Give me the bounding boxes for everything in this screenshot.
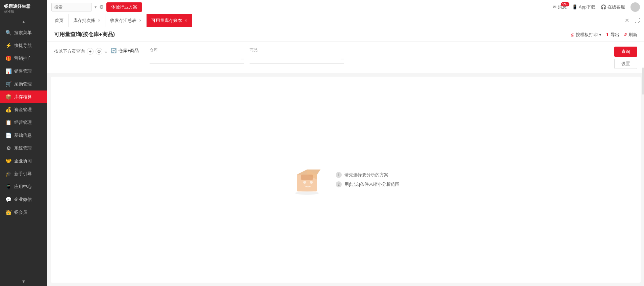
- filter-area: 按以下方案查询 + ⚙ « 🔄 仓库+商品 仓库 ···: [47, 42, 644, 73]
- trial-button[interactable]: 体验行业方案: [106, 2, 142, 12]
- refresh-button[interactable]: ↺ 刷新: [623, 32, 637, 38]
- empty-state-area: 1 请先选择要分析的方案 2 用[过滤]条件来缩小分析范围: [51, 77, 641, 283]
- sidebar-item-newbie[interactable]: 🎓 新手引导: [0, 167, 47, 180]
- warehouse-field-label: 仓库: [150, 47, 244, 53]
- sidebar-icon-basic: 📄: [5, 132, 11, 138]
- settings-icon[interactable]: ⚙: [99, 4, 104, 10]
- topbar-right: ✉ 消息 99+ 📱 App下载 🎧 在线客服: [553, 2, 640, 12]
- sidebar-item-enterprise[interactable]: 🤝 企业协同: [0, 155, 47, 167]
- sidebar-item-inventory[interactable]: 📦 库存核算: [0, 90, 47, 103]
- tab-receive-summary[interactable]: 收发存汇总表×: [105, 14, 147, 27]
- column-settings-button[interactable]: 设置: [614, 59, 637, 69]
- tab-home[interactable]: 首页: [50, 14, 69, 27]
- add-scheme-button[interactable]: +: [87, 48, 94, 55]
- filter-label-text: 按以下方案查询: [54, 48, 85, 54]
- scheme-name: 仓库+商品: [119, 48, 139, 54]
- filter-field-warehouse: 仓库 ···: [150, 47, 244, 64]
- print-button[interactable]: 🖨 按模板打印 ▾: [570, 32, 601, 38]
- sidebar-menu: 🔍 搜索菜单 ⚡ 快捷导航 🎁 营销推广 📊 销售管理 🛒 采购管理 📦 库存核…: [0, 26, 47, 277]
- page-header: 可用量查询(按仓库+商品) 🖨 按模板打印 ▾ ⬆ 导出 ↺ 刷新: [47, 27, 644, 42]
- sidebar-item-search[interactable]: 🔍 搜索菜单: [0, 26, 47, 39]
- expand-tab-button[interactable]: ⛶: [633, 16, 641, 25]
- close-tab-button[interactable]: ✕: [623, 16, 630, 25]
- sidebar-item-purchase[interactable]: 🛒 采购管理: [0, 78, 47, 90]
- warehouse-more-icon[interactable]: ···: [241, 57, 244, 61]
- tab-close-batch-account[interactable]: ×: [98, 18, 100, 23]
- right-scrollbar[interactable]: [642, 68, 644, 95]
- sidebar-item-sales[interactable]: 📊 销售管理: [0, 65, 47, 78]
- sidebar-icon-operations: 📋: [5, 120, 11, 126]
- tab-close-receive-summary[interactable]: ×: [139, 18, 141, 23]
- sidebar-item-operations[interactable]: 📋 经营管理: [0, 116, 47, 129]
- phone-icon: 📱: [572, 4, 577, 9]
- sidebar-icon-appstore: 📱: [5, 184, 11, 190]
- sidebar-item-wechat[interactable]: 💬 企业微信: [0, 193, 47, 206]
- filter-field-product: 商品 ···: [250, 47, 344, 64]
- content-area: 可用量查询(按仓库+商品) 🖨 按模板打印 ▾ ⬆ 导出 ↺ 刷新: [47, 27, 644, 286]
- sidebar-icon-purchase: 🛒: [5, 81, 11, 87]
- tabs-bar: 首页库存批次账×收发存汇总表×可用量库存账本× ✕ ⛶: [47, 14, 644, 27]
- topbar: ▾ ⚙ 体验行业方案 ✉ 消息 99+ 📱 App下载 🎧 在线客服: [47, 0, 644, 14]
- sidebar-icon-quick: ⚡: [5, 43, 11, 49]
- step2-text: 用[过滤]条件来缩小分析范围: [344, 181, 400, 187]
- page-header-actions: 🖨 按模板打印 ▾ ⬆ 导出 ↺ 刷新: [570, 32, 637, 38]
- sidebar-icon-member: 👑: [5, 209, 11, 215]
- sidebar-label-inventory: 库存核算: [14, 94, 32, 100]
- search-input[interactable]: [51, 3, 92, 11]
- sidebar-item-marketing[interactable]: 🎁 营销推广: [0, 52, 47, 65]
- sidebar-icon-sales: 📊: [5, 68, 11, 74]
- sidebar-label-enterprise: 企业协同: [14, 158, 32, 164]
- app-download-btn[interactable]: 📱 App下载: [572, 4, 595, 10]
- query-button[interactable]: 查询: [614, 47, 637, 57]
- sidebar-item-quick[interactable]: ⚡ 快捷导航: [0, 39, 47, 52]
- filter-schemes: 🔄 仓库+商品: [107, 46, 143, 55]
- sidebar-item-system[interactable]: ⚙ 系统管理: [0, 142, 47, 155]
- online-service-label: 在线客服: [608, 4, 625, 10]
- user-avatar[interactable]: [630, 2, 640, 12]
- sidebar-label-basic: 基础信息: [14, 132, 32, 138]
- sidebar-label-newbie: 新手引导: [14, 171, 32, 177]
- empty-texts: 1 请先选择要分析的方案 2 用[过滤]条件来缩小分析范围: [336, 172, 400, 187]
- scheme-item-warehouse-product[interactable]: 🔄 仓库+商品: [107, 46, 143, 55]
- product-field-input[interactable]: ···: [250, 54, 344, 64]
- sidebar-label-finance: 资金管理: [14, 107, 32, 113]
- sidebar-scroll-up[interactable]: ▲: [0, 17, 47, 26]
- filter-actions: 查询 设置: [611, 46, 637, 69]
- empty-content: 1 请先选择要分析的方案 2 用[过滤]条件来缩小分析范围: [292, 163, 400, 197]
- step2-num: 2: [336, 181, 342, 187]
- sidebar-label-sales: 销售管理: [14, 68, 32, 74]
- sidebar-label-purchase: 采购管理: [14, 81, 32, 87]
- message-icon: ✉: [553, 4, 557, 9]
- export-label: 导出: [611, 32, 619, 38]
- warehouse-field-input[interactable]: ···: [150, 54, 244, 64]
- sidebar-item-appstore[interactable]: 📱 应用中心: [0, 180, 47, 193]
- refresh-label: 刷新: [628, 32, 637, 38]
- sidebar-icon-enterprise: 🤝: [5, 158, 11, 164]
- svg-point-6: [295, 191, 319, 195]
- export-button[interactable]: ⬆ 导出: [606, 32, 619, 38]
- sidebar-label-member: 畅会员: [14, 209, 27, 215]
- message-btn[interactable]: ✉ 消息 99+: [553, 4, 567, 10]
- sidebar-label-search: 搜索菜单: [14, 30, 32, 36]
- sidebar-item-basic[interactable]: 📄 基础信息: [0, 129, 47, 142]
- tab-batch-account[interactable]: 库存批次账×: [69, 14, 105, 27]
- empty-illustration-svg: [292, 163, 326, 197]
- sidebar-scroll-down[interactable]: ▼: [0, 277, 47, 286]
- headset-icon: 🎧: [601, 4, 606, 9]
- collapse-filter-button[interactable]: «: [104, 49, 107, 54]
- search-chevron-icon[interactable]: ▾: [95, 5, 97, 9]
- product-more-icon[interactable]: ···: [341, 57, 344, 61]
- tab-available-ledger[interactable]: 可用量库存账本×: [147, 14, 192, 27]
- sidebar-label-system: 系统管理: [14, 145, 32, 151]
- sidebar-logo: 畅康通好生意 标准版: [0, 0, 47, 17]
- tab-label-batch-account: 库存批次账: [73, 18, 95, 24]
- svg-rect-3: [301, 175, 313, 180]
- empty-step2: 2 用[过滤]条件来缩小分析范围: [336, 181, 400, 187]
- online-service-btn[interactable]: 🎧 在线客服: [601, 4, 625, 10]
- sidebar-item-finance[interactable]: 💰 资金管理: [0, 103, 47, 116]
- svg-point-4: [303, 181, 306, 184]
- tab-close-available-ledger[interactable]: ×: [185, 18, 187, 23]
- scheme-setting-button[interactable]: ⚙: [96, 48, 102, 55]
- step1-text: 请先选择要分析的方案: [344, 172, 388, 178]
- sidebar-item-member[interactable]: 👑 畅会员: [0, 206, 47, 219]
